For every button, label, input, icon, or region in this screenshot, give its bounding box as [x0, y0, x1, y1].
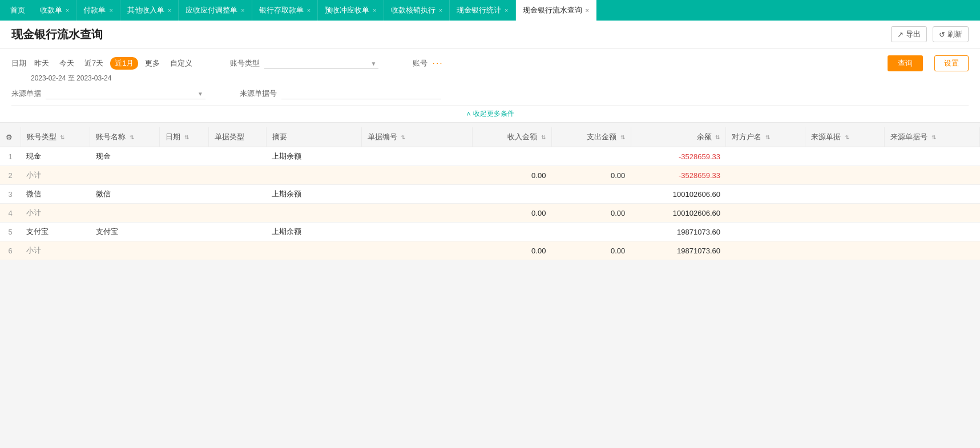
gear-icon: ⚙ [6, 133, 13, 142]
date-range-display: 2023-02-24 至 2023-03-24 [29, 74, 969, 83]
col-account-type[interactable]: 账号类型 ⇅ [21, 127, 90, 147]
filter-actions: 查询 [888, 55, 923, 71]
sort-icon-expense: ⇅ [620, 134, 625, 140]
col-doc-type[interactable]: 单据类型 [208, 127, 266, 147]
close-tab-0-icon[interactable]: × [66, 7, 69, 14]
cell-balance: 100102606.60 [631, 185, 726, 204]
cell-balance: 19871073.60 [631, 223, 726, 241]
cell-expense [551, 147, 631, 166]
nav-tab-0[interactable]: 收款单 × [33, 0, 76, 21]
col-summary[interactable]: 摘要 [266, 127, 361, 147]
account-type-filter: 账号类型 [230, 58, 378, 69]
cell-doc-no [361, 204, 472, 223]
close-tab-2-icon[interactable]: × [168, 7, 171, 14]
cell-summary [266, 166, 361, 185]
close-tab-5-icon[interactable]: × [373, 7, 376, 14]
date-btn-7days[interactable]: 近7天 [81, 57, 107, 70]
close-tab-6-icon[interactable]: × [439, 7, 442, 14]
nav-tab-6[interactable]: 收款核销执行 × [384, 0, 450, 21]
nav-tab-2[interactable]: 其他收入单 × [120, 0, 179, 21]
sort-icon-income: ⇅ [541, 134, 546, 140]
nav-tab-7[interactable]: 现金银行统计 × [450, 0, 515, 21]
export-button[interactable]: ↗ 导出 [891, 26, 927, 42]
cell-summary [266, 241, 361, 260]
cell-counterpart [726, 204, 805, 223]
table-row: 5 支付宝 支付宝 上期余额 19871073.60 [0, 223, 980, 241]
table-body: 1 现金 现金 上期余额 -3528659.33 2 小计 0.00 0.00 … [0, 147, 980, 260]
cell-account-name: 微信 [90, 185, 160, 204]
account-more-dots[interactable]: ··· [432, 58, 443, 68]
sort-icon-account-name: ⇅ [130, 134, 134, 140]
refresh-button[interactable]: ↺ 刷新 [933, 26, 969, 42]
col-balance[interactable]: 余额 ⇅ [631, 127, 726, 147]
close-tab-8-icon[interactable]: × [586, 7, 589, 14]
cell-income: 0.00 [473, 241, 552, 260]
col-counterpart[interactable]: 对方户名 ⇅ [726, 127, 805, 147]
col-account-name[interactable]: 账号名称 ⇅ [90, 127, 160, 147]
cell-summary: 上期余额 [266, 223, 361, 241]
source-doc-select-wrapper [46, 88, 205, 99]
col-income[interactable]: 收入金额 ⇅ [473, 127, 552, 147]
settings-button[interactable]: 设置 [934, 55, 969, 71]
date-filter: 日期 昨天 今天 近7天 近1月 更多 自定义 [11, 57, 196, 70]
cell-expense: 0.00 [551, 166, 631, 185]
collapse-bar[interactable]: ∧ 收起更多条件 [11, 105, 969, 122]
col-source-doc[interactable]: 来源单据 ⇅ [805, 127, 885, 147]
source-doc-label: 来源单据 [11, 88, 41, 99]
cell-counterpart [726, 223, 805, 241]
cell-expense [551, 223, 631, 241]
col-gear[interactable]: ⚙ [0, 127, 21, 147]
col-expense[interactable]: 支出金额 ⇅ [551, 127, 631, 147]
cell-doc-no [361, 166, 472, 185]
cell-doc-no [361, 241, 472, 260]
cell-row-num: 4 [0, 204, 21, 223]
cell-source-doc [805, 166, 885, 185]
nav-tab-3[interactable]: 应收应付调整单 × [179, 0, 252, 21]
cell-counterpart [726, 147, 805, 166]
cell-row-num: 6 [0, 241, 21, 260]
source-doc-no-input[interactable] [281, 88, 441, 99]
col-doc-no[interactable]: 单据编号 ⇅ [361, 127, 472, 147]
date-btn-today[interactable]: 今天 [56, 57, 78, 70]
top-navigation: 首页 收款单 × 付款单 × 其他收入单 × 应收应付调整单 × 银行存取款单 … [0, 0, 980, 21]
cell-doc-no [361, 185, 472, 204]
date-btn-1month[interactable]: 近1月 [110, 57, 138, 70]
nav-tab-1[interactable]: 付款单 × [76, 0, 120, 21]
sort-icon-source-doc-no: ⇅ [931, 134, 936, 140]
cell-account-name: 现金 [90, 147, 160, 166]
date-btn-yesterday[interactable]: 昨天 [31, 57, 53, 70]
filter-row-2: 来源单据 来源单据号 [11, 88, 969, 99]
date-label: 日期 [11, 58, 26, 68]
nav-tab-8[interactable]: 现金银行流水查询 × [516, 0, 596, 21]
source-doc-select[interactable] [46, 88, 205, 99]
cell-date [159, 185, 208, 204]
cell-counterpart [726, 185, 805, 204]
close-tab-1-icon[interactable]: × [109, 7, 112, 14]
cell-row-num: 1 [0, 147, 21, 166]
close-tab-3-icon[interactable]: × [241, 7, 244, 14]
cell-counterpart [726, 241, 805, 260]
settings-action: 设置 [934, 55, 969, 71]
account-type-select[interactable] [264, 58, 378, 69]
query-button[interactable]: 查询 [888, 55, 923, 71]
nav-home[interactable]: 首页 [2, 0, 33, 21]
date-btn-more[interactable]: 更多 [142, 57, 163, 70]
account-type-select-wrapper [264, 58, 378, 69]
nav-tab-5[interactable]: 预收冲应收单 × [318, 0, 384, 21]
close-tab-7-icon[interactable]: × [505, 7, 508, 14]
cell-account-name [90, 166, 160, 185]
cell-date [159, 147, 208, 166]
cell-doc-type [208, 241, 266, 260]
col-date[interactable]: 日期 ⇅ [159, 127, 208, 147]
col-source-doc-no[interactable]: 来源单据号 ⇅ [885, 127, 980, 147]
close-tab-4-icon[interactable]: × [307, 7, 310, 14]
account-type-label: 账号类型 [230, 58, 260, 68]
refresh-icon: ↺ [939, 30, 945, 39]
cell-account-type: 支付宝 [21, 223, 90, 241]
cell-balance: -3528659.33 [631, 166, 726, 185]
nav-tab-4[interactable]: 银行存取款单 × [252, 0, 318, 21]
date-btn-custom[interactable]: 自定义 [167, 57, 196, 70]
cell-balance: 100102606.60 [631, 204, 726, 223]
cell-account-type: 微信 [21, 185, 90, 204]
cell-row-num: 5 [0, 223, 21, 241]
